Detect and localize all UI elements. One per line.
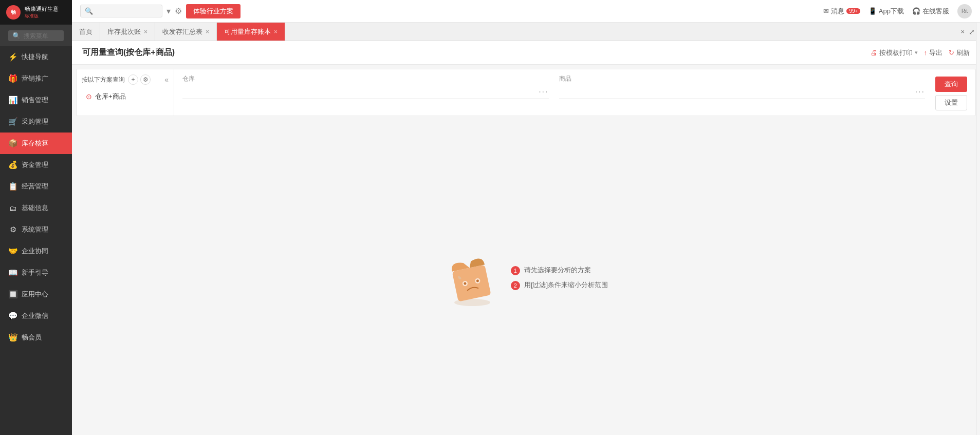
sidebar-item-finance[interactable]: 💰 资金管理: [0, 154, 72, 176]
tab-receipt-summary-close[interactable]: ×: [206, 28, 209, 35]
dropdown-arrow[interactable]: ▾: [167, 6, 171, 16]
quick-nav-icon: ⚡: [8, 52, 17, 62]
query-left-header: 按以下方案查询 + ⚙ «: [82, 74, 169, 85]
right-scrollbar[interactable]: [976, 23, 980, 435]
tab-available-stock-label: 可用量库存账本: [224, 27, 271, 36]
top-bar-left: 🔍 ▾ ⚙ 体验行业方案: [80, 4, 817, 18]
newbie-icon: 📖: [8, 268, 17, 277]
sidebar-item-enterprise[interactable]: 🤝 企业协同: [0, 240, 72, 262]
warehouse-input[interactable]: [182, 88, 537, 96]
tab-batch-account[interactable]: 库存批次账 ×: [100, 23, 155, 41]
top-search-input[interactable]: [96, 8, 158, 15]
tab-home[interactable]: 首页: [72, 23, 100, 41]
sidebar-item-label: 销售管理: [22, 96, 48, 105]
hint-text-2: 用[过滤]条件来缩小分析范围: [524, 280, 608, 290]
wechat-icon: 💬: [8, 311, 17, 320]
enterprise-icon: 🤝: [8, 247, 17, 256]
empty-hint: 1 请先选择要分析的方案 2 用[过滤]条件来缩小分析范围: [511, 266, 608, 290]
scheme-item-label: 仓库+商品: [95, 92, 126, 101]
finance-icon: 💰: [8, 160, 17, 169]
search-icon: 🔍: [12, 32, 21, 40]
product-input[interactable]: [559, 88, 913, 96]
sidebar-item-wechat[interactable]: 💬 企业微信: [0, 305, 72, 327]
product-more-btn[interactable]: ···: [915, 87, 925, 97]
page-header: 可用量查询(按仓库+商品) 🖨 按模板打印 ▾ ↑ 导出 ↻ 刷新: [72, 41, 980, 65]
tab-available-stock[interactable]: 可用量库存账本 ×: [217, 23, 285, 41]
sidebar-header: 畅 畅康通好生意 标准版: [0, 0, 72, 25]
warehouse-more-btn[interactable]: ···: [539, 87, 548, 97]
sidebar-item-vip[interactable]: 👑 畅会员: [0, 327, 72, 348]
vip-icon: 👑: [8, 333, 17, 342]
sidebar-item-purchase[interactable]: 🛒 采购管理: [0, 111, 72, 133]
export-btn[interactable]: ↑ 导出: [924, 48, 943, 58]
headset-icon: 🎧: [912, 7, 920, 15]
sidebar-nav: 🔍 ⚡ 快捷导航 🎁 营销推广 📊 销售管理 🛒 采购管理 📦 库存核算 💰 资…: [0, 25, 72, 435]
scheme-settings-btn[interactable]: ⚙: [140, 74, 151, 85]
refresh-btn[interactable]: ↻ 刷新: [949, 48, 970, 58]
tab-batch-account-close[interactable]: ×: [144, 28, 147, 35]
marketing-icon: 🎁: [8, 74, 17, 83]
message-label: 消息: [831, 7, 844, 16]
page-header-actions: 🖨 按模板打印 ▾ ↑ 导出 ↻ 刷新: [871, 48, 970, 58]
print-dropdown-icon[interactable]: ▾: [915, 49, 918, 56]
add-scheme-btn[interactable]: +: [128, 74, 138, 85]
tab-available-stock-close[interactable]: ×: [274, 28, 278, 35]
sidebar-item-system[interactable]: ⚙ 系统管理: [0, 219, 72, 240]
query-action-btns: 查询 设置: [935, 74, 967, 110]
tab-receipt-summary-label: 收发存汇总表: [162, 27, 202, 36]
sidebar-item-inventory[interactable]: 📦 库存核算: [0, 133, 72, 154]
inventory-icon: 📦: [8, 139, 17, 148]
operations-icon: 📋: [8, 182, 17, 191]
query-left: 按以下方案查询 + ⚙ « ⊙ 仓库+商品: [77, 69, 174, 116]
sidebar-item-basic-info[interactable]: 🗂 基础信息: [0, 197, 72, 219]
phone-icon: 📱: [868, 7, 877, 15]
app-download-btn[interactable]: 📱 App下载: [868, 7, 904, 16]
top-bar-right: ✉ 消息 99+ 📱 App下载 🎧 在线客服 Rit: [823, 4, 972, 18]
demo-btn[interactable]: 体验行业方案: [186, 4, 241, 18]
sidebar-item-search[interactable]: 🔍: [0, 25, 72, 46]
hint-num-2: 2: [511, 281, 520, 290]
app-center-icon: 🔲: [8, 290, 17, 299]
sidebar-item-label: 基础信息: [22, 203, 48, 213]
settings-btn[interactable]: 设置: [935, 95, 967, 110]
warehouse-input-wrap: ···: [182, 85, 549, 99]
collapse-btn[interactable]: «: [164, 75, 169, 84]
sidebar-item-newbie[interactable]: 📖 新手引导: [0, 262, 72, 283]
page-content: 可用量查询(按仓库+商品) 🖨 按模板打印 ▾ ↑ 导出 ↻ 刷新: [72, 41, 980, 435]
page-title: 可用量查询(按仓库+商品): [82, 47, 175, 58]
empty-state: 1 请先选择要分析的方案 2 用[过滤]条件来缩小分析范围: [72, 120, 980, 435]
user-avatar-btn[interactable]: Rit: [957, 4, 972, 18]
sidebar-search-input[interactable]: [24, 32, 60, 40]
sidebar-item-operations[interactable]: 📋 经营管理: [0, 176, 72, 197]
settings-gear-icon[interactable]: ⚙: [175, 6, 182, 16]
product-label: 商品: [559, 74, 926, 83]
hint-num-1: 1: [511, 266, 520, 275]
tab-batch-account-label: 库存批次账: [107, 27, 141, 36]
close-icon: ×: [960, 28, 965, 35]
top-search-box[interactable]: 🔍: [80, 5, 162, 17]
sidebar-item-marketing[interactable]: 🎁 营销推广: [0, 68, 72, 89]
warehouse-label: 仓库: [182, 74, 549, 83]
query-btn[interactable]: 查询: [935, 77, 967, 92]
sidebar-item-label: 应用中心: [22, 290, 48, 299]
tab-receipt-summary[interactable]: 收发存汇总表 ×: [155, 23, 217, 41]
sidebar: 畅 畅康通好生意 标准版 🔍 ⚡ 快捷导航 🎁 营销推广 📊 销售管理 🛒: [0, 0, 72, 435]
sales-icon: 📊: [8, 96, 17, 105]
scheme-icon: ⊙: [86, 92, 92, 101]
sidebar-item-label: 新手引导: [22, 268, 48, 277]
brand-edition: 标准版: [25, 13, 59, 20]
sidebar-item-quick-nav[interactable]: ⚡ 快捷导航: [0, 46, 72, 68]
print-btn[interactable]: 🖨 按模板打印 ▾: [871, 48, 918, 58]
scheme-item-warehouse-product[interactable]: ⊙ 仓库+商品: [82, 89, 169, 104]
query-area: 按以下方案查询 + ⚙ « ⊙ 仓库+商品 仓库: [76, 69, 976, 116]
online-service-btn[interactable]: 🎧 在线客服: [912, 7, 949, 16]
sidebar-item-app-center[interactable]: 🔲 应用中心: [0, 283, 72, 305]
sidebar-item-sales[interactable]: 📊 销售管理: [0, 89, 72, 111]
sidebar-item-label: 企业协同: [22, 247, 48, 256]
message-btn[interactable]: ✉ 消息 99+: [823, 7, 860, 16]
empty-hint-1: 1 请先选择要分析的方案: [511, 266, 608, 275]
system-icon: ⚙: [8, 225, 17, 234]
avatar: Rit: [957, 4, 972, 18]
basic-info-icon: 🗂: [8, 204, 17, 213]
main-area: 🔍 ▾ ⚙ 体验行业方案 ✉ 消息 99+ 📱 App下载 🎧 在线客服: [72, 0, 980, 435]
